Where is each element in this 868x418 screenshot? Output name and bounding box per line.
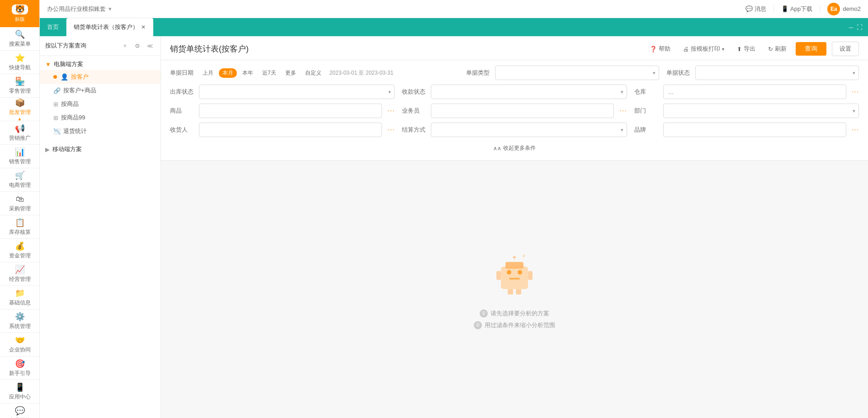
scheme-item-by-product[interactable]: ⊞ 按商品 — [40, 97, 160, 111]
print-template-button[interactable]: 🖨 按模板打印 ▾ — [679, 43, 728, 55]
desktop-group-header[interactable]: ▼ 电脑端方案 — [40, 58, 160, 70]
ship-status-select[interactable] — [199, 85, 395, 99]
mobile-group-header[interactable]: ▶ 移动端方案 — [40, 143, 160, 155]
message-button[interactable]: 💬 消息 — [745, 5, 766, 13]
refresh-button[interactable]: ↻ 刷新 — [764, 43, 790, 55]
user-menu-button[interactable]: Ea demo2 — [827, 3, 861, 15]
recipient-input[interactable] — [199, 123, 382, 137]
filter-doc-status: 单据状态 ▾ — [666, 66, 859, 80]
doc-status-select[interactable] — [695, 66, 859, 80]
svg-rect-8 — [516, 289, 521, 294]
breadcrumb-arrow-icon[interactable]: ▾ — [108, 5, 112, 12]
scheme-item-by-customer[interactable]: 👤 按客户 — [40, 70, 160, 84]
sidebar-item-ecommerce[interactable]: 🛒 电商管理 — [0, 168, 39, 192]
svg-text:★: ★ — [522, 253, 526, 258]
retail-icon: 🏪 — [15, 76, 25, 86]
query-button[interactable]: 查询 — [796, 42, 826, 56]
sidebar-item-enterprise[interactable]: 🤝 企业协同 — [0, 333, 39, 356]
operations-icon: 📈 — [15, 265, 25, 275]
date-range-text: 2023-03-01 至 2023-03-31 — [330, 69, 393, 77]
sidebar-item-search-menu[interactable]: 🔍 搜索菜单 — [0, 27, 39, 51]
date-tab-last-month[interactable]: 上月 — [199, 68, 217, 78]
sidebar-item-marketing[interactable]: 📢 营销推广 — [0, 121, 39, 145]
sidebar-item-operations[interactable]: 📈 经营管理 — [0, 262, 39, 286]
date-tab-this-year[interactable]: 本年 — [239, 68, 257, 78]
by-product-icon: ⊞ — [53, 101, 58, 108]
sidebar-item-quick-nav[interactable]: ⭐ 快捷导航 — [0, 51, 39, 74]
top-header: 办公用品行业模拟账套 ▾ 💬 消息 📱 App下载 Ea demo2 — [40, 0, 868, 18]
dept-select[interactable] — [663, 104, 859, 118]
search-menu-icon: 🔍 — [15, 29, 25, 39]
collect-status-select[interactable] — [431, 85, 627, 99]
page-actions: ❓ 帮助 🖨 按模板打印 ▾ ⬆ 导出 ↻ 刷新 — [646, 42, 859, 56]
collect-status-select-wrap: ▾ — [431, 85, 627, 99]
finance-icon: 💰 — [15, 241, 25, 251]
warehouse-input[interactable] — [663, 85, 846, 99]
window-minimize-icon[interactable]: ─ — [849, 24, 853, 31]
inventory-icon: 📋 — [15, 218, 25, 228]
empty-state: ✦ ★ ① 请先选择要分析的方案 ② 用过滤条件来缩小分析范围 — [161, 161, 868, 418]
export-button[interactable]: ⬆ 导出 — [733, 43, 759, 55]
refresh-icon: ↻ — [768, 46, 773, 52]
payment-select[interactable] — [431, 123, 627, 137]
tab-sales-stats[interactable]: 销货单统计表（按客户） ✕ — [66, 18, 153, 36]
filter-staff: 业务员 ··· — [402, 104, 627, 118]
doc-type-select[interactable] — [495, 66, 659, 80]
product-input[interactable] — [199, 104, 382, 118]
sidebar-item-finance[interactable]: 💰 资金管理 — [0, 239, 39, 262]
scheme-item-return-stats[interactable]: 📉 退货统计 — [40, 124, 160, 138]
filter-doc-type: 单据类型 ▾ — [466, 66, 659, 80]
sidebar-item-sales[interactable]: 📊 销售管理 — [0, 145, 39, 168]
scheme-item-by-product-99[interactable]: ⊞ 按商品99 — [40, 111, 160, 124]
page-header: 销货单统计表(按客户) ❓ 帮助 🖨 按模板打印 ▾ ⬆ 导出 — [161, 36, 868, 60]
empty-hint-1: ① 请先选择要分析的方案 — [480, 309, 549, 318]
sidebar-item-purchase[interactable]: 🛍 采购管理 — [0, 192, 39, 215]
help-button[interactable]: ❓ 帮助 — [646, 43, 674, 55]
app-download-button[interactable]: 📱 App下载 — [781, 5, 812, 13]
scheme-add-button[interactable]: ＋ — [120, 41, 130, 51]
mobile-scheme-group: ▶ 移动端方案 — [40, 141, 160, 158]
scheme-panel: 按以下方案查询 ＋ ⚙ ≪ ▼ 电脑端方案 👤 按客户 🔗 按客户+商品 — [40, 36, 161, 418]
scheme-item-by-customer-product[interactable]: 🔗 按客户+商品 — [40, 84, 160, 97]
staff-input[interactable] — [431, 104, 614, 118]
tab-home[interactable]: 首页 — [40, 18, 66, 36]
staff-dots-icon[interactable]: ··· — [619, 107, 627, 115]
wechat-icon: 💬 — [15, 406, 25, 416]
brand-input[interactable] — [663, 123, 846, 137]
sidebar-item-retail[interactable]: 🏪 零售管理 — [0, 74, 39, 98]
ship-status-select-wrap: ▾ — [199, 85, 395, 99]
sidebar-item-inventory[interactable]: 📋 库存核算 — [0, 215, 39, 239]
settings-button[interactable]: 设置 — [832, 42, 859, 56]
sidebar-item-system[interactable]: ⚙️ 系统管理 — [0, 309, 39, 333]
tab-close-icon[interactable]: ✕ — [141, 24, 146, 30]
scheme-collapse-button[interactable]: ≪ — [145, 41, 155, 51]
window-restore-icon[interactable]: ⛶ — [857, 24, 863, 31]
collapse-up-icon: ∧∧ — [493, 145, 501, 152]
sidebar-item-basic[interactable]: 📁 基础信息 — [0, 286, 39, 309]
brand-dots-icon[interactable]: ··· — [852, 126, 859, 134]
sidebar-item-wholesale[interactable]: 📦 批发管理 ▲ — [0, 98, 39, 121]
doc-status-select-wrap: ▾ — [695, 66, 859, 80]
collapse-button[interactable]: ∧∧ 收起更多条件 — [170, 142, 859, 155]
date-tab-custom[interactable]: 自定义 — [302, 68, 325, 78]
sidebar-item-wechat[interactable]: 💬 企业微信 — [0, 404, 39, 418]
warehouse-dots-icon[interactable]: ··· — [852, 88, 859, 96]
print-arrow-icon: ▾ — [722, 47, 724, 52]
recipient-dots-icon[interactable]: ··· — [387, 126, 395, 134]
date-tab-more[interactable]: 更多 — [282, 68, 300, 78]
sidebar-item-newbie[interactable]: 🎯 新手引导 — [0, 356, 39, 380]
product-dots-icon[interactable]: ··· — [387, 107, 395, 115]
avatar: Ea — [827, 3, 840, 15]
scheme-settings-button[interactable]: ⚙ — [132, 41, 142, 51]
date-tab-this-month[interactable]: 本月 — [219, 68, 237, 78]
staff-label: 业务员 — [402, 107, 427, 115]
logo-subtitle: 标版 — [15, 16, 25, 23]
ship-status-label: 出库状态 — [170, 88, 195, 96]
newbie-icon: 🎯 — [15, 359, 25, 369]
date-tab-7days[interactable]: 近7天 — [259, 68, 280, 78]
sales-icon: 📊 — [15, 147, 25, 157]
tab-window-actions: ─ ⛶ — [844, 24, 868, 31]
warehouse-label: 仓库 — [634, 88, 660, 96]
svg-rect-4 — [509, 278, 520, 280]
sidebar-item-apps[interactable]: 📱 应用中心 — [0, 380, 39, 404]
